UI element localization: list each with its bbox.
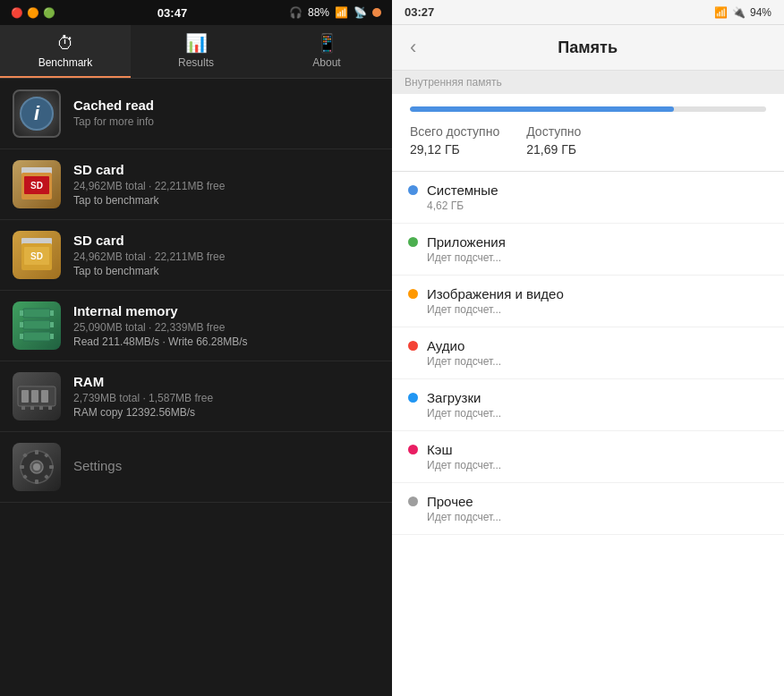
settings-icon-box — [13, 443, 61, 491]
status-bar-left: 🔴 🟠 🟢 03:47 🎧 88% 📶 📡 — [0, 0, 392, 25]
total-value: 29,12 ГБ — [410, 142, 499, 157]
svg-rect-16 — [50, 310, 54, 316]
bench-item-sd2[interactable]: SD SD card 24,962MB total · 22,211MB fre… — [0, 220, 392, 291]
sd2-action: Tap to benchmark — [73, 265, 379, 277]
benchmark-icon: ⏱ — [56, 33, 74, 54]
svg-rect-25 — [39, 406, 43, 410]
dot-icon — [372, 8, 381, 17]
mem-item-audio[interactable]: Аудио Идет подсчет... — [392, 327, 784, 379]
avail-label: Доступно — [526, 124, 581, 139]
svg-rect-14 — [20, 322, 23, 327]
memory-bar-track — [410, 106, 766, 112]
svg-text:SD: SD — [30, 181, 43, 191]
svg-rect-17 — [50, 322, 54, 327]
memory-items-list: Системные 4,62 ГБ Приложения Идет подсче… — [392, 172, 784, 696]
svg-text:i: i — [34, 102, 40, 124]
memory-bar-fill — [410, 106, 674, 112]
svg-rect-33 — [49, 465, 54, 469]
cached-read-title: Cached read — [73, 98, 379, 113]
mem-size-other: Идет подсчет... — [408, 511, 768, 523]
back-button[interactable]: ‹ — [405, 34, 422, 61]
mem-dot-downloads — [408, 393, 418, 403]
mem-item-system[interactable]: Системные 4,62 ГБ — [392, 172, 784, 224]
sd1-icon: SD — [13, 160, 61, 208]
mem-name-system: Системные — [427, 182, 498, 198]
mem-name-downloads: Загрузки — [427, 390, 481, 405]
svg-text:SD: SD — [30, 251, 43, 261]
svg-rect-10 — [23, 309, 50, 318]
tab-bar: ⏱ Benchmark 📊 Results 📱 About — [0, 25, 392, 79]
svg-rect-32 — [20, 465, 24, 469]
settings-label: Settings — [73, 458, 379, 473]
bench-item-cached-read[interactable]: i Cached read Tap for more info — [0, 79, 392, 149]
svg-rect-15 — [20, 334, 23, 339]
internal-icon — [13, 301, 61, 350]
mem-item-row: Приложения — [408, 234, 768, 250]
sd1-action: Tap to benchmark — [73, 194, 379, 207]
sd2-text: SD card 24,962MB total · 22,211MB free T… — [73, 233, 379, 277]
mem-size-cache: Идет подсчет... — [408, 459, 768, 471]
status-bar-right: 03:27 📶 🔌 94% — [392, 0, 784, 25]
tab-benchmark[interactable]: ⏱ Benchmark — [0, 25, 131, 78]
mem-item-cache[interactable]: Кэш Идет подсчет... — [392, 431, 784, 483]
internal-title: Internal memory — [73, 303, 379, 318]
right-header: ‹ Память — [392, 25, 784, 71]
left-panel: 🔴 🟠 🟢 03:47 🎧 88% 📶 📡 ⏱ Benchmark 📊 Resu… — [0, 0, 392, 696]
mem-item-row: Изображения и видео — [408, 286, 768, 301]
section-label: Внутренняя память — [392, 71, 784, 94]
svg-rect-18 — [50, 334, 54, 339]
mem-item-row: Системные — [408, 182, 768, 198]
results-icon: 📊 — [185, 32, 208, 54]
mem-item-other[interactable]: Прочее Идет подсчет... — [392, 483, 784, 535]
svg-rect-21 — [31, 390, 38, 403]
mem-name-other: Прочее — [427, 494, 473, 509]
mem-item-row: Прочее — [408, 494, 768, 509]
status-icons-left: 🔴 🟠 🟢 — [11, 7, 55, 19]
mem-dot-media — [408, 289, 418, 299]
bench-item-internal[interactable]: Internal memory 25,090MB total · 22,339M… — [0, 291, 392, 361]
mem-name-media: Изображения и видео — [427, 286, 564, 301]
battery-area-left: 🎧 88% 📶 📡 — [289, 6, 381, 19]
battery-left: 88% — [308, 6, 329, 19]
tab-results-label: Results — [178, 56, 214, 69]
mem-size-audio: Идет подсчет... — [408, 355, 768, 368]
mem-dot-apps — [408, 237, 418, 247]
mem-dot-cache — [408, 445, 418, 454]
ram-title: RAM — [73, 374, 379, 389]
ram-action: RAM copy 12392.56MB/s — [73, 406, 379, 419]
mem-name-audio: Аудио — [427, 338, 464, 353]
mem-dot-other — [408, 497, 418, 506]
total-label: Всего доступно — [410, 124, 499, 139]
headphone-icon: 🎧 — [289, 6, 303, 19]
mem-item-downloads[interactable]: Загрузки Идет подсчет... — [392, 379, 784, 431]
ram-icon — [13, 372, 61, 420]
bench-list: i Cached read Tap for more info SD SD ca… — [0, 79, 392, 696]
sd1-title: SD card — [73, 162, 379, 177]
mem-size-media: Идет подсчет... — [408, 303, 768, 316]
svg-rect-23 — [21, 406, 25, 410]
svg-rect-22 — [41, 390, 48, 403]
cached-read-icon: i — [13, 89, 61, 138]
mem-item-apps[interactable]: Приложения Идет подсчет... — [392, 224, 784, 276]
bench-item-sd1[interactable]: SD SD card 24,962MB total · 22,211MB fre… — [0, 149, 392, 220]
svg-rect-31 — [35, 480, 38, 484]
svg-point-29 — [33, 463, 40, 471]
mem-name-apps: Приложения — [427, 234, 506, 250]
bench-item-ram[interactable]: RAM 2,739MB total · 1,587MB free RAM cop… — [0, 361, 392, 432]
tab-about[interactable]: 📱 About — [261, 25, 392, 78]
tab-benchmark-label: Benchmark — [38, 56, 93, 69]
sd2-icon: SD — [13, 231, 61, 279]
cached-read-text: Cached read Tap for more info — [73, 98, 379, 130]
sd2-title: SD card — [73, 233, 379, 248]
tab-results[interactable]: 📊 Results — [131, 25, 261, 78]
right-panel: 03:27 📶 🔌 94% ‹ Память Внутренняя память… — [392, 0, 784, 696]
mem-size-downloads: Идет подсчет... — [408, 407, 768, 420]
bench-item-settings[interactable]: Settings — [0, 432, 392, 503]
mem-size-system: 4,62 ГБ — [408, 199, 768, 212]
svg-rect-20 — [21, 390, 29, 403]
mem-item-media[interactable]: Изображения и видео Идет подсчет... — [392, 276, 784, 327]
settings-text: Settings — [73, 458, 379, 476]
about-icon: 📱 — [316, 32, 338, 54]
ram-sub: 2,739MB total · 1,587MB free — [73, 392, 379, 404]
sd2-sub: 24,962MB total · 22,211MB free — [73, 250, 379, 263]
